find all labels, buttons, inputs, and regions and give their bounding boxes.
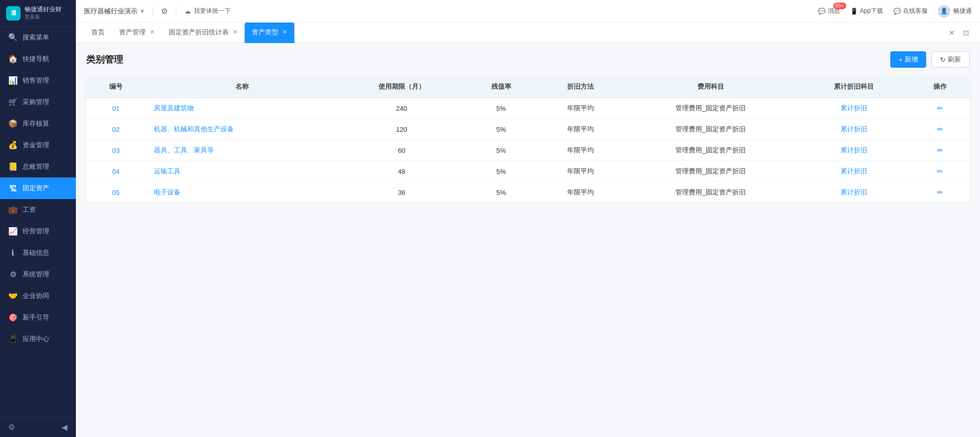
app-title: 畅捷通好业财 [25, 6, 62, 14]
cell-name: 运输工具 [146, 161, 338, 182]
sidebar-item-operations[interactable]: 📈 经营管理 [0, 221, 76, 242]
cell-action[interactable]: ✏ [910, 140, 970, 161]
cell-expense: 管理费用_固定资产折旧 [624, 119, 797, 140]
sidebar-item-enterprise[interactable]: 🤝 企业协同 [0, 285, 76, 307]
message-button[interactable]: 💬 消息 99+ [818, 7, 840, 15]
avatar: 👤 [938, 5, 950, 17]
cell-period: 240 [338, 98, 465, 119]
sidebar-item-app-center[interactable]: 📱 应用中心 [0, 328, 76, 350]
sidebar-item-fund[interactable]: 💰 资金管理 [0, 134, 76, 156]
cell-method: 年限平均 [537, 161, 624, 182]
edit-icon[interactable]: ✏ [937, 188, 943, 196]
sidebar-item-label: 搜索菜单 [23, 33, 49, 42]
sidebar-item-label: 固定资产 [23, 184, 49, 193]
tab-asset-type-close[interactable]: ✕ [283, 29, 287, 35]
maximize-window-button[interactable]: ⊡ [961, 27, 972, 38]
sidebar-item-ledger[interactable]: 📒 总账管理 [0, 156, 76, 177]
topbar-divider-1 [152, 6, 153, 16]
user-menu[interactable]: 👤 畅捷通 [938, 5, 972, 17]
search-icon: 🔍 [8, 33, 17, 42]
table-row: 01 房屋及建筑物 240 5% 年限平均 管理费用_固定资产折旧 累计折旧 ✏ [86, 98, 970, 119]
app-download-button[interactable]: 📱 App下载 [850, 7, 883, 15]
app-center-icon: 📱 [8, 334, 17, 344]
tab-depreciation-stats-label: 固定资产折旧统计表 [169, 28, 229, 37]
home-icon: 🏠 [8, 54, 17, 64]
cell-period: 60 [338, 140, 465, 161]
sidebar-item-inventory[interactable]: 📦 库存核算 [0, 113, 76, 134]
close-window-button[interactable]: ✕ [946, 27, 957, 38]
cell-residual: 5% [465, 161, 537, 182]
cell-action[interactable]: ✏ [910, 182, 970, 203]
sidebar-item-label: 经营管理 [23, 227, 49, 236]
sidebar-item-sales[interactable]: 📊 销售管理 [0, 70, 76, 91]
tab-asset-management-close[interactable]: ✕ [150, 29, 154, 35]
col-period: 使用期限（月） [338, 76, 465, 98]
message-icon: 💬 [818, 8, 826, 15]
sidebar-item-label: 应用中心 [23, 334, 49, 344]
collapse-icon[interactable]: ◀ [62, 423, 68, 432]
settings-footer-icon[interactable]: ⚙ [8, 423, 15, 432]
experience-button[interactable]: ☁ 我要体验一下 [185, 7, 231, 15]
tab-asset-type[interactable]: 资产类型 ✕ [245, 23, 294, 43]
fund-icon: 💰 [8, 141, 17, 150]
cell-action[interactable]: ✏ [910, 161, 970, 182]
sidebar-item-purchase[interactable]: 🛒 采购管理 [0, 91, 76, 113]
tabs-bar: 首页 资产管理 ✕ 固定资产折旧统计表 ✕ 资产类型 ✕ ✕ ⊡ [76, 23, 980, 43]
cell-name: 机器、机械和其他生产设备 [146, 119, 338, 140]
cell-name: 器具、工具、家具等 [146, 140, 338, 161]
edit-icon[interactable]: ✏ [937, 104, 943, 112]
cell-id: 02 [86, 119, 146, 140]
col-action: 操作 [910, 76, 970, 98]
sidebar-item-base-info[interactable]: ℹ 基础信息 [0, 242, 76, 264]
col-method: 折旧方法 [537, 76, 624, 98]
sidebar-item-label: 系统管理 [23, 270, 49, 279]
service-icon: 💬 [893, 8, 901, 15]
tab-depreciation-stats[interactable]: 固定资产折旧统计表 ✕ [162, 23, 245, 43]
edit-icon[interactable]: ✏ [937, 146, 943, 154]
company-selector[interactable]: 医疗器械行业演示 ▾ [84, 7, 144, 16]
cell-action[interactable]: ✏ [910, 119, 970, 140]
cell-residual: 5% [465, 182, 537, 203]
sidebar-item-label: 企业协同 [23, 291, 49, 301]
cell-method: 年限平均 [537, 98, 624, 119]
cell-method: 年限平均 [537, 119, 624, 140]
refresh-label: 刷新 [948, 55, 961, 64]
content-area: 类别管理 + 新增 ↻ 刷新 编号 名称 使用期限（月） [76, 43, 980, 437]
topbar: 医疗器械行业演示 ▾ ⚙ ☁ 我要体验一下 💬 消息 99+ 📱 App下载 💬… [76, 0, 980, 23]
cell-accumulated: 累计折旧 [797, 98, 910, 119]
cell-method: 年限平均 [537, 140, 624, 161]
sidebar-item-guide[interactable]: 🎯 新手引导 [0, 307, 76, 328]
tab-depreciation-stats-close[interactable]: ✕ [233, 29, 237, 35]
edit-icon[interactable]: ✏ [937, 125, 943, 133]
ledger-icon: 📒 [8, 162, 17, 171]
settings-icon[interactable]: ⚙ [161, 7, 168, 16]
sidebar-item-label: 工资 [23, 205, 36, 214]
tab-asset-management[interactable]: 资产管理 ✕ [112, 23, 162, 43]
sidebar-item-quick-nav[interactable]: 🏠 快捷导航 [0, 48, 76, 70]
cell-expense: 管理费用_固定资产折旧 [624, 98, 797, 119]
refresh-button[interactable]: ↻ 刷新 [931, 51, 970, 68]
sidebar-item-salary[interactable]: 💼 工资 [0, 199, 76, 221]
sidebar-item-label: 快捷导航 [23, 54, 49, 64]
sidebar-item-label: 资金管理 [23, 141, 49, 150]
tab-home[interactable]: 首页 [84, 23, 112, 43]
col-expense: 费用科目 [624, 76, 797, 98]
cell-id: 03 [86, 140, 146, 161]
col-residual: 残值率 [465, 76, 537, 98]
cell-expense: 管理费用_固定资产折旧 [624, 140, 797, 161]
cell-id: 05 [86, 182, 146, 203]
app-download-label: App下载 [860, 7, 883, 15]
cell-action[interactable]: ✏ [910, 98, 970, 119]
app-logo-icon: 通 [6, 6, 21, 21]
online-service-button[interactable]: 💬 在线客服 [893, 7, 928, 15]
message-badge: 99+ [833, 3, 846, 9]
tab-asset-management-label: 资产管理 [119, 28, 146, 37]
sidebar-item-fixed-assets[interactable]: 🏗 固定资产 [0, 177, 76, 199]
sidebar-item-system[interactable]: ⚙ 系统管理 [0, 264, 76, 285]
add-button[interactable]: + 新增 [890, 51, 926, 68]
edit-icon[interactable]: ✏ [937, 167, 943, 175]
add-icon: + [898, 56, 903, 64]
company-name: 医疗器械行业演示 [84, 7, 137, 16]
sidebar-item-search[interactable]: 🔍 搜索菜单 [0, 27, 76, 48]
cell-residual: 5% [465, 140, 537, 161]
